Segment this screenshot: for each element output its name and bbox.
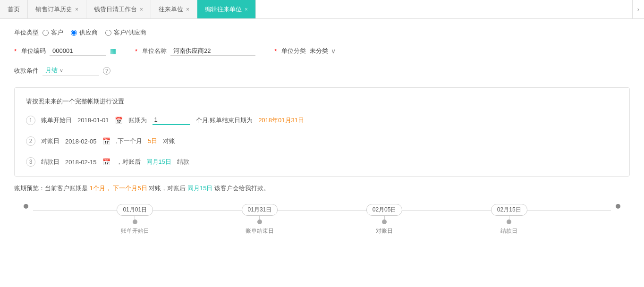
- payment-help-icon[interactable]: ?: [103, 67, 110, 75]
- timeline-badge-2: 01月31日: [242, 204, 278, 216]
- timeline-dot-2: [257, 219, 262, 224]
- unit-type-field: 单位类型 客户 供应商 客户/供应商: [14, 28, 146, 37]
- tab-sales-history[interactable]: 销售订单历史 ×: [28, 0, 86, 18]
- payment-dropdown-arrow[interactable]: ∨: [59, 68, 63, 74]
- close-tab-counterparty[interactable]: ×: [186, 6, 189, 13]
- unit-classify-select[interactable]: 未分类 ∨: [310, 47, 385, 55]
- step-1-row: 1 账单开始日 2018-01-01 📅 账期为 个月,账单结束日期为 2018…: [26, 115, 618, 125]
- tab-edit-counterparty-label: 编辑往来单位: [205, 5, 242, 14]
- preview-part2: 下一个月5日: [113, 185, 147, 192]
- step-3-highlight: 同月15日: [146, 158, 171, 166]
- unit-name-label: 单位名称: [142, 47, 167, 55]
- preview-part3: 对账，对账后: [149, 185, 186, 192]
- tab-edit-counterparty[interactable]: 编辑往来单位 ×: [197, 0, 256, 18]
- tab-bar: 首页 销售订单历史 × 钱货日清工作台 × 往来单位 × 编辑往来单位 × ›: [0, 0, 644, 19]
- step-3-date: 2018-02-15: [65, 159, 97, 166]
- unit-code-input[interactable]: [50, 46, 106, 56]
- section-box: 请按照未来的一个完整帐期进行设置 1 账单开始日 2018-01-01 📅 账期…: [14, 87, 630, 177]
- tab-counterparty[interactable]: 往来单位 ×: [151, 0, 197, 18]
- unit-name-required: *: [135, 48, 137, 55]
- step-2-prefix: ,下一个月: [116, 137, 143, 145]
- radio-both-input[interactable]: [105, 30, 111, 36]
- tab-counterparty-label: 往来单位: [159, 5, 183, 14]
- preview-text: 账期预览：当前客户账期是 1个月， 下一个月5日 对账，对账后 同月15日 该客…: [14, 184, 630, 193]
- timeline-connector-1: [135, 216, 135, 219]
- payment-label: 收款条件: [14, 67, 39, 75]
- timeline-end-dot: [616, 204, 620, 209]
- radio-supplier[interactable]: 供应商: [71, 28, 98, 37]
- unit-code-icon[interactable]: ▦: [110, 47, 116, 55]
- unit-code-field: * 单位编码 ▦: [14, 46, 116, 56]
- payment-select[interactable]: 月结 ∨: [42, 65, 99, 76]
- tab-home[interactable]: 首页: [0, 0, 28, 18]
- tab-sales-history-label: 销售订单历史: [35, 5, 72, 14]
- timeline-node-4: 02月15日 结款日: [491, 204, 527, 235]
- step-1-end-date: 2018年01月31日: [258, 116, 304, 125]
- radio-customer-label: 客户: [51, 28, 63, 37]
- payment-value: 月结: [45, 66, 58, 75]
- step-3-row: 3 结款日 2018-02-15 📅 ，对账后 同月15日 结款: [26, 157, 618, 167]
- timeline-label-3: 对账日: [376, 227, 393, 235]
- step-1-period-input[interactable]: [153, 115, 190, 125]
- main-content: 单位类型 客户 供应商 客户/供应商 * 单位编码: [0, 19, 644, 287]
- timeline-dot-3: [382, 219, 387, 224]
- unit-classify-required: *: [274, 48, 277, 55]
- timeline-dot-1: [133, 219, 137, 224]
- timeline-connector-2: [259, 216, 260, 219]
- step-2-label: 对账日: [41, 137, 59, 145]
- close-tab-edit-counterparty[interactable]: ×: [245, 6, 248, 13]
- step-1-cal-icon[interactable]: 📅: [115, 117, 123, 124]
- preview-part1: 1个月，: [90, 185, 111, 192]
- radio-customer[interactable]: 客户: [42, 28, 63, 37]
- step-1-suffix1: 账期为: [128, 116, 147, 125]
- radio-supplier-input[interactable]: [71, 30, 77, 36]
- preview-part4: 同月15日: [187, 185, 212, 192]
- unit-type-label: 单位类型: [14, 28, 39, 37]
- unit-classify-arrow[interactable]: ∨: [331, 47, 336, 55]
- timeline-badge-4: 02月15日: [491, 204, 527, 216]
- radio-supplier-label: 供应商: [79, 28, 98, 37]
- timeline-node-3: 02月05日 对账日: [366, 204, 403, 235]
- timeline-label-4: 结款日: [500, 227, 517, 235]
- radio-customer-input[interactable]: [42, 30, 49, 36]
- radio-both[interactable]: 客户/供应商: [105, 28, 146, 37]
- unit-classify-label: 单位分类: [281, 47, 306, 55]
- end-dot: [616, 204, 620, 209]
- step-3-suffix: 结款: [177, 158, 189, 166]
- preview-section: 账期预览：当前客户账期是 1个月， 下一个月5日 对账，对账后 同月15日 该客…: [14, 177, 630, 235]
- tab-more-button[interactable]: ›: [632, 0, 644, 18]
- unit-code-label: 单位编码: [21, 47, 46, 55]
- timeline-node-2: 01月31日 账单结束日: [242, 204, 278, 235]
- preview-label: 账期预览：当前客户账期是: [14, 185, 88, 192]
- close-tab-sales-history[interactable]: ×: [75, 6, 78, 13]
- timeline-dot-4: [507, 219, 511, 224]
- timeline-connector-3: [384, 216, 385, 219]
- unit-name-field: * 单位名称: [135, 46, 255, 56]
- tab-cash-desk[interactable]: 钱货日清工作台 ×: [86, 0, 151, 18]
- start-dot: [24, 204, 28, 209]
- step-2-highlight: 5日: [148, 137, 157, 145]
- unit-type-row: 单位类型 客户 供应商 客户/供应商: [14, 28, 630, 37]
- timeline-nodes: 01月01日 账单开始日 01月31日 账单结束日 02月05日: [24, 204, 620, 235]
- tab-cash-desk-label: 钱货日清工作台: [94, 5, 137, 14]
- preview-part5: 该客户会给我打款。: [214, 185, 270, 192]
- timeline-connector-4: [509, 216, 509, 219]
- timeline-container: 01月01日 账单开始日 01月31日 账单结束日 02月05日: [14, 204, 630, 235]
- section-title: 请按照未来的一个完整帐期进行设置: [26, 97, 618, 106]
- chevron-right-icon: ›: [637, 6, 639, 13]
- unit-name-input[interactable]: [170, 46, 255, 56]
- step-2-row: 2 对账日 2018-02-05 📅 ,下一个月 5日 对账: [26, 136, 618, 146]
- payment-field: 收款条件 月结 ∨ ?: [14, 65, 110, 76]
- step-1-label: 账单开始日: [41, 116, 72, 125]
- unit-code-required: *: [14, 48, 17, 55]
- timeline-start-dot: [24, 204, 28, 209]
- timeline-label-2: 账单结束日: [246, 227, 274, 235]
- step-2-suffix: 对账: [163, 137, 175, 145]
- tab-home-label: 首页: [8, 5, 20, 14]
- step-3-num: 3: [26, 157, 35, 167]
- step-2-cal-icon[interactable]: 📅: [102, 137, 110, 145]
- close-tab-cash-desk[interactable]: ×: [140, 6, 143, 13]
- step-3-cal-icon[interactable]: 📅: [102, 158, 110, 166]
- unit-classify-field: * 单位分类 未分类 ∨: [274, 47, 385, 55]
- step-3-prefix: ，对账后: [116, 158, 141, 166]
